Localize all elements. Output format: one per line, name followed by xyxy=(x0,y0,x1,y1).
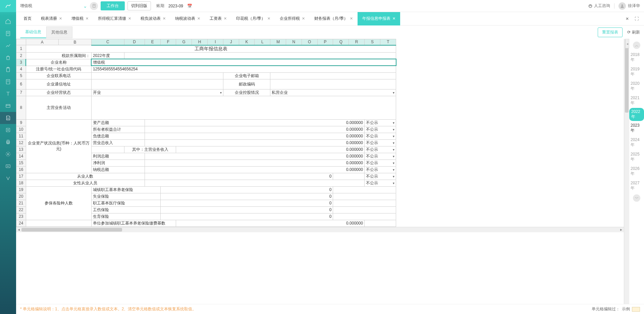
nav-clipboard-icon[interactable] xyxy=(0,64,16,76)
col-header[interactable]: H xyxy=(192,39,208,45)
col-header[interactable]: L xyxy=(255,39,270,45)
tab-item[interactable]: 增值税✕ xyxy=(67,12,93,25)
year-panel-collapse[interactable]: ◂ xyxy=(625,39,629,48)
left-sidebar xyxy=(0,0,16,314)
legend-example: 示例 xyxy=(622,306,630,312)
footer-note: * 单元格编辑说明：1、点击单元格直接录入数值或文本。2、清空单元格数值或文本恢… xyxy=(20,306,196,312)
holding-dropdown: 私营企业 xyxy=(272,90,394,96)
nav-report-icon[interactable] xyxy=(0,112,16,124)
switch-old-button[interactable]: 切到旧版 xyxy=(127,1,151,10)
year-item[interactable]: 2026年 xyxy=(629,164,644,179)
col-header[interactable]: J xyxy=(223,39,239,45)
tab-close-icon[interactable]: ✕ xyxy=(302,16,305,21)
col-header[interactable]: Q xyxy=(333,39,349,45)
workspace-button[interactable]: 工作台 xyxy=(101,1,125,10)
horizontal-scrollbar[interactable]: ◂ ▸ xyxy=(16,227,624,232)
tab-item[interactable]: 首页 xyxy=(19,12,36,25)
svg-rect-3 xyxy=(6,79,10,84)
col-header[interactable]: F xyxy=(160,39,176,45)
vertical-scrollbar[interactable] xyxy=(624,39,629,304)
tab-close-icon[interactable]: ✕ xyxy=(392,16,395,21)
col-header[interactable]: P xyxy=(317,39,333,45)
tab-close-icon[interactable]: ✕ xyxy=(267,16,270,21)
col-header[interactable]: I xyxy=(207,39,223,45)
nav-video-icon[interactable] xyxy=(0,160,16,172)
nav-text-icon[interactable] xyxy=(0,88,16,100)
nav-settings-icon[interactable] xyxy=(0,148,16,160)
col-header[interactable]: M xyxy=(270,39,286,45)
spreadsheet[interactable]: ABCDEFGHIJKLMNOPQRST 1工商年报信息表 2税款所属期间：20… xyxy=(16,39,396,227)
tab-expand-icon[interactable]: ⛶ xyxy=(632,14,641,23)
year-item[interactable]: 2020年 xyxy=(629,79,644,93)
year-item[interactable]: 2024年 xyxy=(629,135,644,150)
scroll-right-icon[interactable]: ▸ xyxy=(619,227,624,232)
cell-company-name[interactable]: 增值税 xyxy=(91,59,396,66)
tab-item[interactable]: 企业所得税✕ xyxy=(275,12,310,25)
period-label: 账期 xyxy=(156,3,164,9)
col-header[interactable]: A xyxy=(26,39,59,45)
col-header[interactable]: S xyxy=(365,39,380,45)
tab-item[interactable]: 税表清册✕ xyxy=(36,12,67,25)
subtab-basic[interactable]: 基础信息 xyxy=(20,26,46,38)
nav-calc-icon[interactable] xyxy=(0,76,16,88)
nav-doc-icon[interactable] xyxy=(0,27,16,40)
col-header[interactable]: O xyxy=(302,39,317,45)
year-item[interactable]: 2019年 xyxy=(629,65,644,79)
tab-close-icon[interactable]: ✕ xyxy=(350,16,353,21)
year-item[interactable]: 2023年 xyxy=(629,121,644,135)
tab-item[interactable]: 税负波动表✕ xyxy=(136,12,170,25)
corner-cell[interactable] xyxy=(16,39,26,45)
tab-close-all-icon[interactable]: ✕ xyxy=(623,14,632,23)
year-item[interactable]: 2021年 xyxy=(629,93,644,108)
company-select[interactable]: 增值税 ⌄ xyxy=(20,3,87,9)
year-item[interactable]: 2022年 xyxy=(629,108,644,121)
nav-bag-icon[interactable] xyxy=(0,52,16,64)
col-header[interactable]: C xyxy=(91,39,124,45)
support-link[interactable]: 人工咨询 xyxy=(588,3,610,9)
subtab-other[interactable]: 其他信息 xyxy=(46,26,72,38)
year-up-icon[interactable]: ︿ xyxy=(633,42,640,49)
tab-close-icon[interactable]: ✕ xyxy=(128,16,131,21)
year-item[interactable]: 2025年 xyxy=(629,150,644,164)
tab-item[interactable]: 工资表✕ xyxy=(205,12,231,25)
nav-card-icon[interactable] xyxy=(0,100,16,112)
svg-point-13 xyxy=(622,4,623,6)
svg-point-9 xyxy=(7,153,9,155)
col-header[interactable]: D xyxy=(124,39,145,45)
tab-item[interactable]: 财务报表（月/季）✕ xyxy=(310,12,357,25)
nav-v-icon[interactable] xyxy=(0,172,16,184)
col-header[interactable]: E xyxy=(145,39,160,45)
tab-item[interactable]: 所得税汇算清缴✕ xyxy=(93,12,136,25)
col-header[interactable]: N xyxy=(286,39,302,45)
year-down-icon[interactable]: ﹀ xyxy=(633,194,640,202)
tab-item[interactable]: 印花税（月/季）✕ xyxy=(231,12,275,25)
nav-home-icon[interactable] xyxy=(0,15,16,27)
tab-close-icon[interactable]: ✕ xyxy=(59,16,62,21)
calendar-icon[interactable]: 📅 xyxy=(187,4,192,8)
tab-item[interactable]: 纳税波动表✕ xyxy=(170,12,205,25)
tab-close-icon[interactable]: ✕ xyxy=(86,16,89,21)
year-item[interactable]: 2018年 xyxy=(629,50,644,65)
nav-chart-icon[interactable] xyxy=(0,40,16,52)
sheet-scroll-area[interactable]: ABCDEFGHIJKLMNOPQRST 1工商年报信息表 2税款所属期间：20… xyxy=(16,39,624,304)
col-header[interactable]: R xyxy=(349,39,365,45)
legend-label: 单元格编辑过： xyxy=(592,306,620,312)
nav-print-icon[interactable] xyxy=(0,136,16,148)
reset-report-button[interactable]: 重置报表 xyxy=(598,27,623,37)
footer: * 单元格编辑说明：1、点击单元格直接录入数值或文本。2、清空单元格数值或文本恢… xyxy=(16,304,644,314)
tab-close-icon[interactable]: ✕ xyxy=(163,16,166,21)
col-header[interactable]: T xyxy=(380,39,396,45)
tab-close-icon[interactable]: ✕ xyxy=(224,16,227,21)
refresh-button[interactable]: ⟳ 刷新 xyxy=(627,29,640,35)
header-doc-icon[interactable] xyxy=(90,2,98,10)
sheet-title[interactable]: 工商年报信息表 xyxy=(26,45,396,53)
col-header[interactable]: B xyxy=(59,39,92,45)
tab-item[interactable]: 年报信息申报表✕ xyxy=(358,12,400,25)
year-item[interactable]: 2027年 xyxy=(629,179,644,193)
nav-export-icon[interactable] xyxy=(0,124,16,136)
col-header[interactable]: G xyxy=(176,39,192,45)
tab-close-icon[interactable]: ✕ xyxy=(197,16,200,21)
scroll-left-icon[interactable]: ◂ xyxy=(16,227,21,232)
col-header[interactable]: K xyxy=(239,39,255,45)
user-menu[interactable]: 徐泽华 xyxy=(619,2,640,10)
